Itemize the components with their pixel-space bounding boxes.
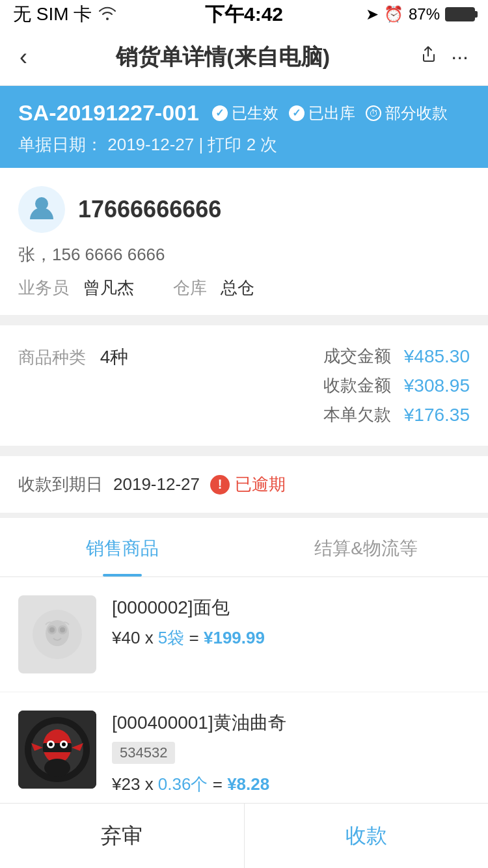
date-label: 单据日期： xyxy=(18,135,103,154)
product-list: [0000002]面包 ¥40 x 5袋 = ¥199.99 xyxy=(0,577,488,815)
product-price-2: ¥23 x 0.36个 = ¥8.28 xyxy=(112,773,470,796)
customer-name-phone: 张，156 6666 6666 xyxy=(18,243,470,266)
more-button[interactable]: ··· xyxy=(451,45,468,69)
customer-section: 17666666666 张，156 6666 6666 业务员 曾凡杰 仓库 总… xyxy=(0,168,488,315)
debt-label: 本单欠款 xyxy=(323,403,391,426)
confirm-button[interactable]: 收款 xyxy=(245,804,489,868)
header-banner: SA-20191227-001 ✓ 已生效 ✓ 已出库 ⏱ 部分收款 单据日期：… xyxy=(0,86,488,168)
product-thumbnail-1 xyxy=(18,595,96,673)
svg-point-5 xyxy=(49,627,55,632)
share-button[interactable] xyxy=(418,45,438,70)
overdue-icon: ! xyxy=(210,475,230,495)
unit-price-2: ¥23 xyxy=(112,774,140,794)
product-price-1: ¥40 x 5袋 = ¥199.99 xyxy=(112,627,470,649)
svg-point-16 xyxy=(44,759,70,777)
battery-icon xyxy=(445,7,475,21)
check-icon-2: ✓ xyxy=(289,105,305,121)
warehouse-label: 仓库 xyxy=(173,278,207,297)
status-left: 无 SIM 卡 xyxy=(13,2,116,27)
print-info: | 打印 2 次 xyxy=(198,135,277,154)
received-row: 收款金额 ¥308.95 xyxy=(323,374,470,397)
status-shipped-label: 已出库 xyxy=(308,103,355,124)
banner-top: SA-20191227-001 ✓ 已生效 ✓ 已出库 ⏱ 部分收款 xyxy=(18,100,470,126)
product-type-row: 商品种类 4种 xyxy=(18,345,128,370)
page-title: 销货单详情(来自电脑) xyxy=(116,42,330,72)
location-icon: ➤ xyxy=(366,5,379,23)
equals-2: = xyxy=(213,774,227,794)
bottom-bar: 弃审 收款 xyxy=(0,803,488,868)
warehouse-value: 总仓 xyxy=(221,278,254,297)
unit-price-1: ¥40 xyxy=(112,628,140,647)
product-sku-2: 534532 xyxy=(112,742,175,764)
deal-amount-label: 成交金额 xyxy=(323,345,391,368)
stats-left: 商品种类 4种 xyxy=(18,345,128,370)
back-button[interactable]: ‹ xyxy=(20,44,27,71)
tab-settlement[interactable]: 结算&物流等 xyxy=(244,518,488,576)
list-item: [000400001]黄油曲奇 534532 ¥23 x 0.36个 = ¥8.… xyxy=(0,692,488,815)
owl-placeholder xyxy=(18,595,96,673)
nav-actions: ··· xyxy=(418,45,468,70)
battery-text: 87% xyxy=(409,5,440,23)
product-type-label: 商品种类 xyxy=(18,347,86,367)
customer-id: 17666666666 xyxy=(78,196,221,223)
clock-icon: ⏱ xyxy=(366,105,381,121)
status-partial-label: 部分收款 xyxy=(385,103,448,124)
order-id: SA-20191227-001 xyxy=(18,100,199,126)
warehouse-meta: 仓库 总仓 xyxy=(173,277,255,299)
received-label: 收款金额 xyxy=(323,374,391,397)
status-tag-effective: ✓ 已生效 xyxy=(212,103,278,124)
avatar xyxy=(18,186,65,233)
svg-point-14 xyxy=(49,742,53,746)
tab-sales-products[interactable]: 销售商品 xyxy=(0,518,244,576)
customer-top: 17666666666 xyxy=(18,186,470,233)
product-info-2: [000400001]黄油曲奇 534532 ¥23 x 0.36个 = ¥8.… xyxy=(112,711,470,796)
svg-point-6 xyxy=(60,627,65,632)
cancel-button[interactable]: 弃审 xyxy=(0,804,245,868)
nav-bar: ‹ 销货单详情(来自电脑) ··· xyxy=(0,29,488,86)
due-date-section: 收款到期日 2019-12-27 ! 已逾期 xyxy=(0,456,488,518)
product-name-2: [000400001]黄油曲奇 xyxy=(112,711,470,735)
status-time: 下午4:42 xyxy=(205,1,283,28)
overdue-text: 已逾期 xyxy=(235,473,286,496)
carrier-text: 无 SIM 卡 xyxy=(13,2,92,27)
deal-amount-row: 成交金额 ¥485.30 xyxy=(323,345,470,368)
total-2: ¥8.28 xyxy=(227,774,269,794)
product-thumbnail-2 xyxy=(18,711,96,789)
alarm-icon: ⏰ xyxy=(384,5,403,23)
equals-1: = xyxy=(189,628,204,647)
debt-row: 本单欠款 ¥176.35 xyxy=(323,403,470,426)
svg-point-15 xyxy=(62,742,66,746)
check-icon-1: ✓ xyxy=(212,105,228,121)
qty-1: 5袋 xyxy=(158,628,184,647)
sales-person: 曾凡杰 xyxy=(83,278,134,297)
received-value: ¥308.95 xyxy=(404,375,470,396)
product-name-1: [0000002]面包 xyxy=(112,595,470,620)
sales-meta: 业务员 曾凡杰 xyxy=(18,277,134,299)
status-tag-partial: ⏱ 部分收款 xyxy=(366,103,448,124)
deal-amount-value: ¥485.30 xyxy=(404,346,470,367)
multiply-1: x xyxy=(145,628,158,647)
banner-date-info: 单据日期： 2019-12-27 | 打印 2 次 xyxy=(18,133,470,156)
qty-2: 0.36个 xyxy=(158,774,208,794)
sales-label: 业务员 xyxy=(18,278,69,297)
due-date-value: 2019-12-27 xyxy=(113,474,200,495)
due-date-label: 收款到期日 xyxy=(18,473,103,496)
customer-meta: 业务员 曾凡杰 仓库 总仓 xyxy=(18,277,470,299)
product-type-value: 4种 xyxy=(100,347,129,367)
stats-section: 商品种类 4种 成交金额 ¥485.30 收款金额 ¥308.95 本单欠款 ¥… xyxy=(0,325,488,446)
person-icon xyxy=(27,192,57,228)
product-info-1: [0000002]面包 ¥40 x 5袋 = ¥199.99 xyxy=(112,595,470,649)
stats-right: 成交金额 ¥485.30 收款金额 ¥308.95 本单欠款 ¥176.35 xyxy=(323,345,470,426)
status-right: ➤ ⏰ 87% xyxy=(366,5,475,23)
multiply-2: x xyxy=(145,774,158,794)
total-1: ¥199.99 xyxy=(204,628,265,647)
status-effective-label: 已生效 xyxy=(232,103,278,124)
status-tags: ✓ 已生效 ✓ 已出库 ⏱ 部分收款 xyxy=(212,103,448,124)
wifi-icon xyxy=(98,5,116,25)
overdue-badge: ! 已逾期 xyxy=(210,473,286,496)
list-item: [0000002]面包 ¥40 x 5袋 = ¥199.99 xyxy=(0,577,488,692)
status-bar: 无 SIM 卡 下午4:42 ➤ ⏰ 87% xyxy=(0,0,488,29)
debt-value: ¥176.35 xyxy=(404,405,470,426)
status-tag-shipped: ✓ 已出库 xyxy=(289,103,355,124)
order-date: 2019-12-27 xyxy=(107,135,194,154)
